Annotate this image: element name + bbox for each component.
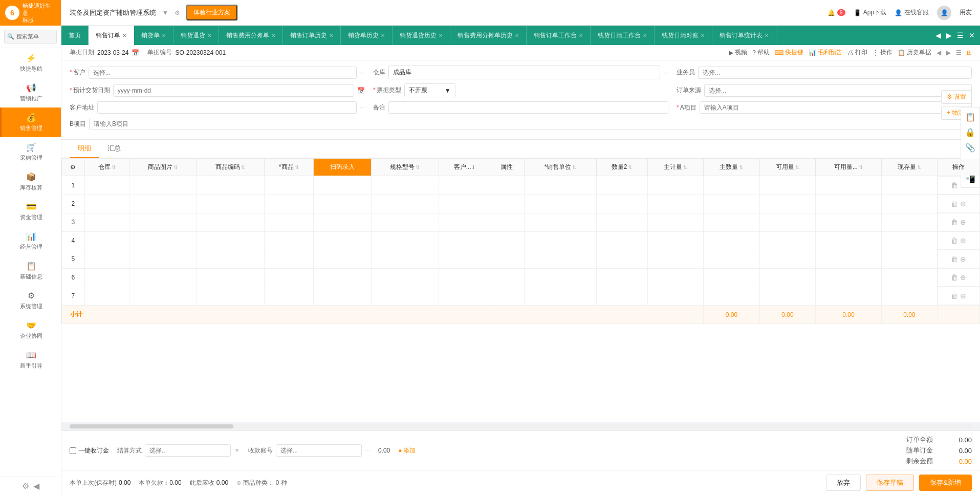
row-attr[interactable] bbox=[489, 250, 525, 268]
tab-5[interactable]: 销售订单历史✕ bbox=[283, 26, 341, 45]
scroll-thumb[interactable] bbox=[70, 424, 233, 428]
row-attr[interactable] bbox=[489, 287, 525, 306]
row-scan[interactable] bbox=[313, 287, 371, 306]
row-warehouse[interactable] bbox=[84, 250, 129, 268]
row-unit[interactable] bbox=[525, 268, 597, 287]
account-dots[interactable]: ··· bbox=[365, 447, 370, 454]
row-goods[interactable] bbox=[264, 287, 313, 306]
row-code[interactable] bbox=[197, 176, 264, 195]
delete-icon[interactable]: 🗑 bbox=[951, 255, 958, 263]
row-qty2[interactable] bbox=[596, 176, 647, 195]
float-btn-2[interactable]: 🔒 bbox=[963, 125, 977, 139]
tab-close-3[interactable]: ✕ bbox=[207, 33, 211, 38]
row-unit[interactable] bbox=[525, 287, 597, 306]
online-service-button[interactable]: 👤 在线客服 bbox=[895, 8, 929, 17]
row-main-unit[interactable] bbox=[647, 231, 704, 250]
copy-icon[interactable]: ⊕ bbox=[960, 292, 966, 300]
delete-icon[interactable]: 🗑 bbox=[951, 200, 958, 208]
row-current[interactable] bbox=[881, 213, 938, 231]
tab-close-7[interactable]: ✕ bbox=[439, 33, 443, 38]
row-available2[interactable] bbox=[816, 176, 881, 195]
row-main-qty[interactable] bbox=[704, 213, 760, 231]
print-button[interactable]: 🖨 打印 bbox=[847, 48, 867, 57]
col-spec[interactable]: 规格型号⇅ bbox=[372, 159, 439, 176]
row-customer-ref[interactable] bbox=[439, 213, 489, 231]
row-warehouse[interactable] bbox=[84, 231, 129, 250]
row-warehouse[interactable] bbox=[84, 195, 129, 213]
tab-detail[interactable]: 明细 bbox=[70, 140, 99, 158]
row-spec[interactable] bbox=[372, 250, 439, 268]
row-customer-ref[interactable] bbox=[439, 195, 489, 213]
one-click-input[interactable] bbox=[70, 447, 76, 454]
row-spec[interactable] bbox=[372, 213, 439, 231]
row-customer-ref[interactable] bbox=[439, 287, 489, 306]
app-download-button[interactable]: 📱 App下载 bbox=[854, 8, 886, 17]
col-customer-ref[interactable]: 客户... ℹ bbox=[439, 159, 489, 176]
row-current[interactable] bbox=[881, 195, 938, 213]
copy-icon[interactable]: ⊕ bbox=[960, 273, 966, 282]
warehouse-dots[interactable]: ··· bbox=[663, 69, 668, 76]
col-settings[interactable]: ⚙ bbox=[62, 159, 85, 176]
row-main-unit[interactable] bbox=[647, 176, 704, 195]
row-qty2[interactable] bbox=[596, 213, 647, 231]
row-attr[interactable] bbox=[489, 213, 525, 231]
col-scan[interactable]: 扫码录入 bbox=[313, 159, 371, 176]
sidebar-item-基础信息[interactable]: 📋基础信息 bbox=[0, 256, 61, 286]
tab-close-2[interactable]: ✕ bbox=[162, 33, 166, 38]
float-btn-1[interactable]: 📋 bbox=[963, 110, 977, 124]
row-image[interactable] bbox=[129, 231, 197, 250]
add-button[interactable]: ● 添加 bbox=[398, 446, 415, 455]
tab-close-12[interactable]: ✕ bbox=[765, 33, 769, 38]
customer-dots[interactable]: ··· bbox=[360, 69, 365, 76]
tab-prev-button[interactable]: ◀ bbox=[933, 30, 943, 40]
tab-0[interactable]: 首页 bbox=[61, 26, 89, 45]
row-available2[interactable] bbox=[816, 195, 881, 213]
row-goods[interactable] bbox=[264, 231, 313, 250]
invoice-select[interactable]: 不开票 ▼ bbox=[404, 83, 455, 97]
one-click-checkbox[interactable]: 一键收订金 bbox=[70, 446, 109, 455]
table-view-icon[interactable]: ⊞ bbox=[967, 49, 972, 56]
row-attr[interactable] bbox=[489, 195, 525, 213]
row-image[interactable] bbox=[129, 213, 197, 231]
row-main-unit[interactable] bbox=[647, 250, 704, 268]
row-available2[interactable] bbox=[816, 268, 881, 287]
row-goods[interactable] bbox=[264, 213, 313, 231]
col-main-unit[interactable]: 主计量⇅ bbox=[647, 159, 704, 176]
row-available[interactable] bbox=[759, 176, 816, 195]
row-current[interactable] bbox=[881, 176, 938, 195]
settings-icon-topbar[interactable]: ⚙ bbox=[175, 9, 180, 16]
tab-6[interactable]: 销货单历史✕ bbox=[341, 26, 393, 45]
delivery-input[interactable] bbox=[113, 84, 354, 97]
row-available[interactable] bbox=[759, 195, 816, 213]
row-scan[interactable] bbox=[313, 176, 371, 195]
delete-icon[interactable]: 🗑 bbox=[951, 273, 958, 282]
row-goods[interactable] bbox=[264, 268, 313, 287]
list-view-icon[interactable]: ☰ bbox=[956, 49, 962, 56]
nav-prev-icon[interactable]: ◀ bbox=[937, 49, 941, 56]
col-attr[interactable]: 属性 bbox=[489, 159, 525, 176]
sidebar-item-经营管理[interactable]: 📊经营管理 bbox=[0, 226, 61, 256]
sidebar-item-资金管理[interactable]: 💳资金管理 bbox=[0, 197, 61, 226]
a-project-input[interactable] bbox=[700, 101, 972, 114]
row-scan[interactable] bbox=[313, 195, 371, 213]
shortcut-button[interactable]: ⌨ 快捷键 bbox=[775, 48, 803, 57]
copy-icon[interactable]: ⊕ bbox=[960, 200, 966, 208]
row-main-unit[interactable] bbox=[647, 268, 704, 287]
settings-button[interactable]: ⚙ 设置 bbox=[941, 90, 972, 104]
sidebar-item-营销推广[interactable]: 📢营销推广 bbox=[0, 78, 61, 107]
tab-menu-button[interactable]: ☰ bbox=[955, 30, 966, 40]
col-goods[interactable]: *商品⇅ bbox=[264, 159, 313, 176]
delete-icon[interactable]: 🗑 bbox=[951, 181, 958, 189]
row-image[interactable] bbox=[129, 268, 197, 287]
calendar-delivery-icon[interactable]: 📅 bbox=[357, 87, 365, 94]
row-unit[interactable] bbox=[525, 213, 597, 231]
row-warehouse[interactable] bbox=[84, 287, 129, 306]
row-main-qty[interactable] bbox=[704, 250, 760, 268]
payment-method-input[interactable] bbox=[145, 444, 231, 457]
row-main-qty[interactable] bbox=[704, 231, 760, 250]
row-qty2[interactable] bbox=[596, 195, 647, 213]
tab-close-button[interactable]: ✕ bbox=[967, 30, 977, 40]
row-attr[interactable] bbox=[489, 231, 525, 250]
tab-3[interactable]: 销货退货✕ bbox=[173, 26, 219, 45]
sidebar-item-销售管理[interactable]: 💰销售管理 bbox=[0, 107, 61, 137]
